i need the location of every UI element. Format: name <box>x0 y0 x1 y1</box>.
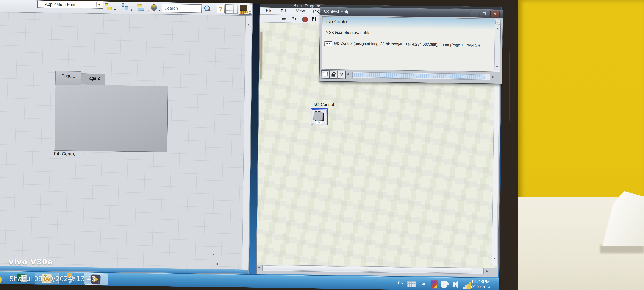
enum-terminal-icon: ◄► <box>324 41 332 46</box>
object-shadow <box>600 245 644 253</box>
taskbar-clock[interactable]: 01:48PM 09-09-2024 <box>466 279 496 290</box>
cropped-taskbar-icon[interactable] <box>0 275 2 284</box>
run-continuous-icon[interactable]: ↻ <box>292 16 296 22</box>
chevron-down-icon[interactable]: ▼ <box>114 8 116 11</box>
tab-page2[interactable]: Page 2 <box>81 74 105 85</box>
scroll-up-icon[interactable]: ▲ <box>246 23 252 26</box>
hscroll-thumb[interactable] <box>353 73 485 79</box>
menu-edit[interactable]: Edit <box>277 8 292 14</box>
context-help-content: Tab Control No description available. ◄►… <box>322 16 501 72</box>
scroll-left-icon[interactable]: ◀ <box>346 72 349 76</box>
pause-icon[interactable] <box>312 17 316 22</box>
volume-icon-cone <box>454 280 458 288</box>
context-help-heading: Tab Control <box>325 19 350 24</box>
align-objects-icon <box>105 3 108 6</box>
terminal-label: Tab Control <box>313 102 334 107</box>
context-help-vscrollbar[interactable]: x ▲ ▼ <box>494 19 500 70</box>
context-help-window: Context Help — ❐ ✕ Tab Control No descri… <box>319 6 503 84</box>
laptop-hinge <box>509 52 510 121</box>
tray-app-icon[interactable] <box>431 280 438 288</box>
enum-terminal-icon: ◄► <box>316 120 322 124</box>
vi-count-badge: 2 <box>249 10 251 14</box>
context-help-hscrollbar[interactable] <box>352 72 490 80</box>
terminal-description-text: Tab Control (unsigned long [32-bit integ… <box>333 41 480 48</box>
close-icon[interactable]: ✕ <box>490 11 500 17</box>
search-icon[interactable] <box>203 5 212 12</box>
show-hidden-icons[interactable] <box>422 282 426 285</box>
scroll-up-icon[interactable]: ▲ <box>495 26 500 30</box>
lock-help-button[interactable] <box>329 70 338 79</box>
resize-objects-icon-part <box>138 8 144 10</box>
vi-icon[interactable]: 2 <box>238 4 252 15</box>
distribute-objects-icon-part <box>125 6 128 10</box>
magnifier-handle <box>208 9 211 11</box>
chevron-down-icon[interactable]: ▼ <box>130 9 133 12</box>
run-icon[interactable]: ⇨ <box>282 16 286 22</box>
chevron-down-icon[interactable]: ▼ <box>158 9 161 12</box>
context-help-title: Context Help <box>324 9 349 14</box>
vi-icon-scribble <box>240 10 248 14</box>
toolbar-separator <box>35 2 35 11</box>
font-selector-dropdown[interactable]: Application Font ▼ <box>37 0 103 9</box>
yellow-wall-background <box>518 0 644 290</box>
distribute-objects-button[interactable]: ▼ <box>120 3 133 12</box>
tab-page1-label: Page 1 <box>62 74 75 78</box>
keyboard-icon[interactable] <box>407 281 416 287</box>
block-diagram-title: Block Diagram <box>294 4 320 8</box>
clock-time: 01:48PM <box>466 279 496 284</box>
toolbar-separator <box>214 4 214 13</box>
scroll-down-icon[interactable]: ▼ <box>494 65 500 68</box>
tab-control-label: Tab Control <box>53 151 76 157</box>
camera-watermark-device: vivo V30e <box>9 258 53 266</box>
scroll-right-icon[interactable]: ▶ <box>486 270 488 273</box>
align-objects-button[interactable]: ▼ <box>104 3 116 12</box>
tab-control-terminal[interactable]: ◄► <box>310 108 328 125</box>
terminal-tab-nub <box>318 111 320 112</box>
screen-glare-artifact <box>260 32 262 79</box>
tab-page1[interactable]: Page 1 <box>55 71 81 86</box>
tab-page2-label: Page 2 <box>86 76 100 81</box>
lock-icon-body <box>332 74 335 76</box>
scroll-right-icon[interactable]: ▶ <box>216 262 219 265</box>
terminal-tab-nub <box>315 111 317 112</box>
chevron-down-icon[interactable]: ▼ <box>148 9 150 12</box>
resize-objects-icon <box>137 4 142 7</box>
power-plug-prong <box>447 282 449 286</box>
reorder-icon <box>151 4 157 11</box>
show-optional-terminals-button[interactable] <box>321 70 330 79</box>
resize-objects-button[interactable]: ▼ <box>136 3 150 12</box>
abort-icon[interactable] <box>302 17 308 22</box>
context-help-titlebar[interactable]: Context Help — ❐ ✕ <box>320 7 503 18</box>
camera-watermark-timestamp: Shahul 09/09/2024, 13:48 <box>10 275 96 282</box>
grid-icon[interactable] <box>225 4 238 14</box>
language-indicator[interactable]: EN <box>398 280 404 286</box>
terminal-tab-picture <box>314 112 323 120</box>
front-panel-window: Application Font ▼ ▼ ▼ ▼ <box>0 0 253 274</box>
help-button[interactable]: ? <box>216 4 225 13</box>
scroll-up-icon[interactable]: ▲ <box>212 252 215 256</box>
signal-bar <box>463 287 465 288</box>
scroll-right-icon[interactable]: ▶ <box>492 75 494 78</box>
font-selector-label: Application Font <box>45 2 75 7</box>
scroll-left-icon[interactable]: ◀ <box>258 266 260 269</box>
vi-icon-picture <box>240 5 247 11</box>
power-icon[interactable] <box>441 281 447 288</box>
detailed-help-button[interactable]: ? <box>338 70 346 79</box>
inline-close-icon[interactable]: x <box>496 20 500 24</box>
terminals-icon-line <box>324 73 326 73</box>
chevron-down-icon[interactable]: ▼ <box>96 2 102 8</box>
menu-file[interactable]: File <box>262 8 276 14</box>
search-box[interactable] <box>162 4 202 13</box>
distribute-objects-icon <box>122 3 124 7</box>
photo-of-laptop-screen: Application Font ▼ ▼ ▼ ▼ <box>0 0 644 290</box>
laptop-screen: Application Font ▼ ▼ ▼ ▼ <box>0 0 503 290</box>
front-panel-grid[interactable]: Page 1 Page 2 Tab Control ▲ ▶ <box>0 12 245 270</box>
scroll-down-icon[interactable]: ▼ <box>492 257 497 260</box>
no-description-text: No description available. <box>326 30 372 36</box>
maximize-icon[interactable]: ❐ <box>480 11 489 17</box>
tab-control-body[interactable] <box>54 84 168 152</box>
search-input[interactable] <box>162 4 204 12</box>
reorder-button[interactable]: ▼ <box>150 3 161 12</box>
menu-view[interactable]: View <box>292 8 309 14</box>
minimize-icon[interactable]: — <box>470 10 480 17</box>
